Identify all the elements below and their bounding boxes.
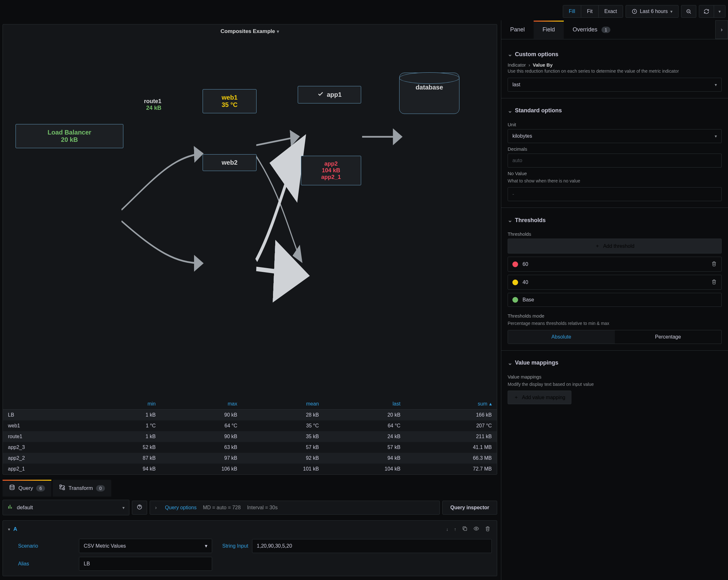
unit-select[interactable]: kilobytes (508, 129, 722, 143)
threshold-value[interactable]: 60 (523, 261, 707, 267)
decimals-input[interactable] (508, 154, 722, 168)
move-up-icon[interactable]: ↑ (453, 525, 458, 533)
trash-icon[interactable] (711, 279, 717, 285)
panel-title-text: Composites Example (221, 28, 275, 34)
chevron-down-icon (122, 504, 125, 511)
col-max[interactable]: max (161, 398, 242, 410)
tab-panel[interactable]: Panel (501, 21, 534, 39)
section-thresholds-head[interactable]: ⌄ Thresholds (508, 214, 722, 228)
query-inspector-button[interactable]: Query inspector (442, 501, 497, 515)
add-threshold-button[interactable]: ＋ Add threshold (508, 238, 722, 253)
tab-overrides-label: Overrides (573, 26, 597, 33)
section-thresholds-title: Thresholds (515, 217, 546, 224)
fill-button[interactable]: Fill (563, 5, 581, 18)
threshold-value[interactable]: 40 (523, 280, 707, 285)
table-row: route11 kB90 kB35 kB24 kB211 kB (3, 431, 497, 442)
thresholds-mode-label: Thresholds mode (508, 313, 722, 319)
node-web1: web1 35 °C (203, 89, 257, 113)
node-web2: web2 (203, 154, 257, 171)
edge-route1-value: 24 kB (144, 105, 161, 111)
delete-icon[interactable] (484, 525, 492, 534)
thresholds-label: Thresholds (508, 231, 722, 237)
custom-crumb: Indicator › Value By (508, 62, 722, 68)
stats-table: min max mean last sum▴ LB1 kB90 kB28 kB2… (3, 398, 497, 474)
fit-button[interactable]: Fit (581, 5, 599, 18)
table-cell: 28 kB (242, 410, 324, 421)
section-value-mappings-head[interactable]: ⌄ Value mappings (508, 357, 722, 371)
tab-query[interactable]: Query 6 (3, 480, 51, 497)
top-toolbar: Fill Fit Exact Last 6 hours (0, 0, 728, 20)
threshold-row[interactable]: 60 (508, 257, 722, 272)
alias-field[interactable] (79, 557, 212, 571)
section-value-mappings-title: Value mappings (515, 359, 558, 366)
toggle-visibility-icon[interactable] (472, 525, 480, 534)
zoom-out-button[interactable] (681, 5, 696, 18)
tab-transform[interactable]: Transform 0 (53, 480, 111, 497)
value-by-select[interactable]: last (508, 78, 722, 92)
node-lb-title: Load Balancer (22, 129, 117, 136)
node-app2-title: app2 (307, 160, 355, 167)
svg-point-10 (476, 528, 477, 530)
tab-field[interactable]: Field (534, 21, 564, 39)
plus-icon: ＋ (595, 243, 600, 249)
col-sum[interactable]: sum▴ (406, 398, 497, 410)
scenario-select[interactable]: CSV Metric Values ▾ (79, 539, 212, 553)
threshold-row[interactable]: 40 (508, 275, 722, 290)
custom-desc: Use this reduction function on each seri… (508, 68, 722, 75)
chevron-down-icon: ⌄ (508, 359, 512, 367)
col-name[interactable] (3, 398, 88, 410)
table-cell: 41.1 MB (406, 442, 497, 453)
section-custom-head[interactable]: ⌄ Custom options (508, 48, 722, 62)
col-last[interactable]: last (324, 398, 406, 410)
table-cell: 35 °C (242, 421, 324, 431)
table-row: web11 °C64 °C35 °C64 °C207 °C (3, 421, 497, 431)
edge-route1-name: route1 (144, 98, 161, 105)
trash-icon[interactable] (711, 261, 717, 268)
table-cell: 72.7 MB (406, 463, 497, 474)
tab-transform-count: 0 (96, 485, 105, 491)
collapse-side-button[interactable]: › (715, 20, 728, 39)
section-standard-head[interactable]: ⌄ Standard options (508, 105, 722, 119)
datasource-select[interactable]: default (3, 500, 129, 515)
string-input-field[interactable] (252, 539, 492, 553)
threshold-color-dot[interactable] (512, 280, 518, 285)
datasource-help-button[interactable] (132, 501, 147, 515)
tab-overrides[interactable]: Overrides 1 (564, 21, 619, 39)
threshold-value[interactable]: Base (523, 297, 717, 303)
chevron-down-icon[interactable] (8, 527, 10, 532)
col-mean[interactable]: mean (242, 398, 324, 410)
add-value-mapping-button[interactable]: ＋ Add value mapping (508, 390, 571, 404)
refresh-group (699, 5, 725, 18)
table-cell: app2_3 (3, 442, 88, 453)
duplicate-icon[interactable] (461, 525, 469, 534)
novalue-input[interactable] (508, 187, 722, 201)
chevron-down-icon: ⌄ (508, 107, 512, 114)
table-cell: route1 (3, 431, 88, 442)
exact-button[interactable]: Exact (599, 5, 623, 18)
threshold-color-dot[interactable] (512, 261, 518, 267)
thresholds-mode-percentage[interactable]: Percentage (615, 330, 722, 344)
timerange-picker[interactable]: Last 6 hours (626, 5, 679, 18)
table-cell: 57 kB (242, 442, 324, 453)
table-cell: 211 kB (406, 431, 497, 442)
table-cell: 207 °C (406, 421, 497, 431)
decimals-label: Decimals (508, 146, 722, 152)
query-options-bar[interactable]: › Query options MD = auto = 728 Interval… (150, 501, 440, 515)
threshold-color-dot[interactable] (512, 297, 518, 303)
svg-rect-3 (60, 485, 61, 487)
svg-rect-7 (11, 507, 12, 509)
thresholds-mode-absolute[interactable]: Absolute (508, 330, 615, 344)
col-min[interactable]: min (88, 398, 161, 410)
node-app1: app1 (298, 86, 361, 103)
scenario-label: Scenario (18, 539, 75, 553)
refresh-interval-button[interactable] (714, 5, 725, 18)
panel-card: Composites Example (3, 24, 497, 475)
side-tabs: Panel Field Overrides 1 › (501, 20, 728, 39)
move-down-icon[interactable]: ↓ (445, 525, 450, 533)
refresh-button[interactable] (699, 5, 714, 18)
table-cell: 1 kB (88, 410, 161, 421)
query-id: A (13, 526, 17, 532)
help-icon (137, 504, 142, 511)
threshold-row[interactable]: Base (508, 293, 722, 307)
panel-title[interactable]: Composites Example (3, 24, 497, 39)
